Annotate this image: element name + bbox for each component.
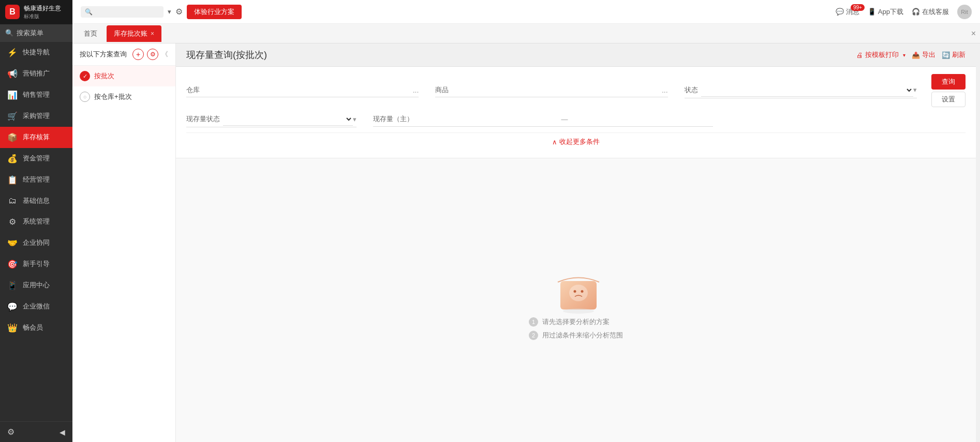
export-btn[interactable]: 📤 导出 xyxy=(912,50,936,60)
set-btn[interactable]: 设置 xyxy=(931,92,966,107)
stock-status-select[interactable] xyxy=(223,112,353,126)
sidebar-item-enterprise[interactable]: 🤝 企业协同 xyxy=(0,232,72,254)
sidebar-item-label: 应用中心 xyxy=(23,281,50,290)
avatar: Rit xyxy=(957,5,972,19)
tab-home[interactable]: 首页 xyxy=(77,25,105,42)
warehouse-more-btn[interactable]: ... xyxy=(413,86,419,94)
collapse-panel-btn[interactable]: 《 xyxy=(161,50,168,59)
product-more-btn[interactable]: ... xyxy=(662,86,668,94)
headset-icon: 🎧 xyxy=(912,8,920,16)
scheme-item-by-batch[interactable]: ✓ 按批次 xyxy=(72,66,175,86)
sidebar-item-label: 新手引导 xyxy=(23,259,50,269)
stock-status-label: 现存量状态 xyxy=(186,114,220,124)
print-dropdown-icon: ▾ xyxy=(903,52,905,58)
product-input[interactable] xyxy=(452,84,660,96)
message-icon: 💬 xyxy=(836,8,844,16)
marketing-icon: 📢 xyxy=(7,69,18,79)
collapse-icon: ∧ xyxy=(552,138,557,146)
filter-row-2: 现存量状态 ▾ 现存量（主） — xyxy=(186,112,966,127)
sidebar-item-sales[interactable]: 📊 销售管理 xyxy=(0,84,72,106)
scheme-settings-btn[interactable]: ⚙ xyxy=(147,49,158,60)
step-2-num: 2 xyxy=(529,331,538,340)
topbar-settings-icon[interactable]: ⚙ xyxy=(175,7,183,17)
sidebar-item-guide[interactable]: 🎯 新手引导 xyxy=(0,254,72,275)
sidebar-item-label: 系统管理 xyxy=(23,217,50,226)
user-avatar[interactable]: Rit xyxy=(957,5,972,19)
enterprise-icon: 🤝 xyxy=(7,238,18,248)
collapse-filter-btn[interactable]: ∧ 收起更多条件 xyxy=(186,132,966,151)
scheme-label: 按仓库+批次 xyxy=(94,92,132,101)
sidebar-footer: ⚙ ◀ xyxy=(0,421,72,442)
sidebar-item-basics[interactable]: 🗂 基础信息 xyxy=(0,190,72,211)
sidebar-item-operations[interactable]: 📋 经营管理 xyxy=(0,169,72,190)
sidebar-item-inventory[interactable]: 📦 库存核算 xyxy=(0,127,72,148)
stock-qty-max-input[interactable] xyxy=(572,113,713,125)
tab-inventory-batch[interactable]: 库存批次账 × xyxy=(107,25,161,42)
step-2-text: 用过滤条件来缩小分析范围 xyxy=(542,331,623,340)
sidebar-item-finance[interactable]: 💰 资金管理 xyxy=(0,148,72,169)
inventory-icon: 📦 xyxy=(7,132,18,142)
add-icon: + xyxy=(136,50,140,58)
filter-buttons: 查询 设置 xyxy=(931,74,966,107)
system-icon: ⚙ xyxy=(7,217,18,227)
warehouse-input[interactable] xyxy=(203,84,411,96)
print-btn[interactable]: 🖨 按模板打印 ▾ xyxy=(856,50,905,60)
search-label: 搜索菜单 xyxy=(17,28,43,38)
status-select[interactable] xyxy=(701,83,913,97)
phone-icon: 📱 xyxy=(868,8,876,16)
step-1-text: 请先选择要分析的方案 xyxy=(542,317,610,327)
query-btn[interactable]: 查询 xyxy=(931,74,966,90)
scheme-inactive-icon: ○ xyxy=(80,92,90,102)
refresh-btn[interactable]: 🔄 刷新 xyxy=(942,50,966,60)
status-dropdown-icon: ▾ xyxy=(913,86,917,94)
sidebar-settings-icon[interactable]: ⚙ xyxy=(7,427,14,437)
tab-end-close-btn[interactable]: × xyxy=(971,29,976,38)
brand-edition: 标准版 xyxy=(24,13,61,20)
add-scheme-btn[interactable]: + xyxy=(132,49,144,60)
filter-row-1: 仓库 ... 商品 ... 状态 xyxy=(186,74,966,107)
settings-icon: ⚙ xyxy=(150,51,156,58)
wechat-icon: 💬 xyxy=(7,302,18,312)
scheme-label: 按批次 xyxy=(94,71,114,81)
sidebar-item-label: 基础信息 xyxy=(23,196,50,205)
sidebar-item-label: 资金管理 xyxy=(23,154,50,163)
sidebar-item-marketing[interactable]: 📢 营销推广 xyxy=(0,63,72,84)
sidebar: B 畅康通好生意 标准版 🔍 搜索菜单 ⚡ 快捷导航 📢 营销推广 📊 销售管理… xyxy=(0,0,72,442)
left-panel: 按以下方案查询 + ⚙ 《 ✓ 按批次 xyxy=(72,43,176,442)
industry-btn[interactable]: 体验行业方案 xyxy=(187,5,242,19)
content-area: 按以下方案查询 + ⚙ 《 ✓ 按批次 xyxy=(72,43,980,442)
sidebar-item-system[interactable]: ⚙ 系统管理 xyxy=(0,211,72,232)
topbar-dropdown-icon[interactable]: ▾ xyxy=(168,8,171,16)
stock-qty-min-input[interactable] xyxy=(417,113,557,125)
topbar: 🔍 ▾ ⚙ 体验行业方案 💬 消息 99+ 📱 App下载 🎧 在线客服 Ri xyxy=(72,0,980,24)
right-scrollbar[interactable] xyxy=(976,43,980,442)
empty-step-1: 1 请先选择要分析的方案 xyxy=(529,317,623,327)
sidebar-item-label: 营销推广 xyxy=(23,69,50,78)
sidebar-item-purchase[interactable]: 🛒 采购管理 xyxy=(0,106,72,127)
app-download-btn[interactable]: 📱 App下载 xyxy=(868,7,903,17)
topbar-search-icon: 🔍 xyxy=(85,8,93,16)
filter-area: 仓库 ... 商品 ... 状态 xyxy=(176,67,976,158)
sidebar-item-quick-nav[interactable]: ⚡ 快捷导航 xyxy=(0,42,72,63)
sidebar-item-label: 快捷导航 xyxy=(23,48,50,57)
scheme-item-by-warehouse-batch[interactable]: ○ 按仓库+批次 xyxy=(72,86,175,107)
sidebar-item-label: 采购管理 xyxy=(23,111,50,121)
status-filter-group: 状态 ▾ xyxy=(685,83,917,98)
messages-btn[interactable]: 💬 消息 99+ xyxy=(836,7,859,17)
tab-close-icon[interactable]: × xyxy=(151,30,154,37)
sidebar-item-wechat[interactable]: 💬 企业微信 xyxy=(0,296,72,317)
sidebar-item-apps[interactable]: 📱 应用中心 xyxy=(0,275,72,296)
messages-badge: 99+ xyxy=(851,4,865,11)
sidebar-collapse-icon[interactable]: ◀ xyxy=(60,428,65,436)
product-filter-group: 商品 ... xyxy=(435,84,667,97)
stock-qty-filter-group: 现存量（主） — xyxy=(373,113,713,127)
online-service-btn[interactable]: 🎧 在线客服 xyxy=(912,7,949,17)
sidebar-search[interactable]: 🔍 搜索菜单 xyxy=(0,24,72,42)
warehouse-filter-group: 仓库 ... xyxy=(186,84,419,97)
main-area: 🔍 ▾ ⚙ 体验行业方案 💬 消息 99+ 📱 App下载 🎧 在线客服 Ri xyxy=(72,0,980,442)
basics-icon: 🗂 xyxy=(7,196,18,205)
sidebar-item-member[interactable]: 👑 畅会员 xyxy=(0,317,72,338)
topbar-search-box[interactable]: 🔍 xyxy=(81,6,164,18)
stock-status-dropdown-icon: ▾ xyxy=(353,115,357,123)
finance-icon: 💰 xyxy=(7,154,18,164)
